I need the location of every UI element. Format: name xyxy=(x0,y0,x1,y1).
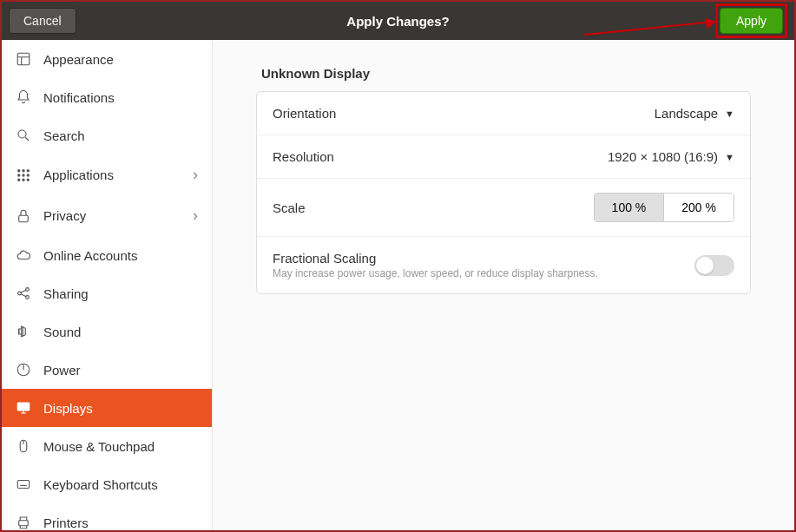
sidebar-item-label: Privacy xyxy=(43,208,86,223)
main-layout: AppearanceNotificationsSearchApplication… xyxy=(2,40,794,530)
svg-rect-18 xyxy=(17,403,30,410)
sidebar-item-label: Keyboard Shortcuts xyxy=(43,477,158,492)
annotation-arrow-icon xyxy=(584,17,723,43)
sidebar-item-label: Mouse & Touchpad xyxy=(43,439,155,454)
sidebar-item-power[interactable]: Power xyxy=(2,351,212,389)
header-title: Apply Changes? xyxy=(2,14,794,29)
sidebar-item-search[interactable]: Search xyxy=(2,116,212,154)
fractional-text: Fractional Scaling May increase power us… xyxy=(273,251,598,279)
sidebar-item-keyboard-shortcuts[interactable]: Keyboard Shortcuts xyxy=(2,465,212,503)
chevron-right-icon: › xyxy=(193,166,198,184)
sidebar-item-sound[interactable]: Sound xyxy=(2,312,212,351)
svg-point-9 xyxy=(27,174,29,175)
sidebar-item-displays[interactable]: Displays xyxy=(2,389,212,427)
scale-200-button[interactable]: 200 % xyxy=(663,194,734,221)
svg-line-0 xyxy=(584,22,714,35)
cloud-icon xyxy=(16,247,31,263)
content-area: Unknown Display Orientation Landscape ▼ … xyxy=(213,40,794,530)
svg-rect-20 xyxy=(17,481,30,489)
grid-icon xyxy=(16,167,31,183)
sidebar-item-label: Power xyxy=(43,363,81,378)
svg-point-4 xyxy=(18,169,20,171)
apply-highlight: Apply xyxy=(715,3,787,38)
sidebar-item-privacy[interactable]: Privacy› xyxy=(2,195,212,236)
sidebar-item-appearance[interactable]: Appearance xyxy=(2,40,212,78)
scale-button-group: 100 % 200 % xyxy=(594,193,734,222)
resolution-label: Resolution xyxy=(273,149,334,164)
sidebar-item-label: Displays xyxy=(43,401,93,416)
fractional-switch[interactable] xyxy=(694,255,734,276)
section-title: Unknown Display xyxy=(256,66,751,81)
display-icon xyxy=(16,400,31,416)
svg-point-7 xyxy=(18,174,20,175)
lock-icon xyxy=(16,208,31,224)
svg-marker-1 xyxy=(706,19,714,28)
sidebar-item-mouse-touchpad[interactable]: Mouse & Touchpad xyxy=(2,427,212,465)
power-icon xyxy=(16,362,31,378)
scale-row: Scale 100 % 200 % xyxy=(257,179,750,237)
svg-point-11 xyxy=(23,179,24,181)
svg-point-14 xyxy=(18,292,22,295)
resolution-row[interactable]: Resolution 1920 × 1080 (16:9) ▼ xyxy=(257,135,750,179)
svg-point-10 xyxy=(18,179,20,181)
svg-rect-13 xyxy=(19,215,29,222)
sidebar-item-online-accounts[interactable]: Online Accounts xyxy=(2,236,212,274)
appearance-icon xyxy=(16,51,31,67)
mouse-icon xyxy=(16,438,31,454)
chevron-down-icon: ▼ xyxy=(725,152,734,162)
sidebar-item-sharing[interactable]: Sharing xyxy=(2,274,212,312)
sidebar-item-label: Printers xyxy=(43,516,89,530)
sidebar-item-printers[interactable]: Printers xyxy=(2,503,212,530)
sidebar-item-label: Notifications xyxy=(43,90,115,105)
sidebar-item-label: Appearance xyxy=(43,52,114,67)
share-icon xyxy=(16,286,31,301)
keyboard-icon xyxy=(16,476,31,492)
settings-list: Orientation Landscape ▼ Resolution 1920 … xyxy=(256,91,751,294)
svg-point-3 xyxy=(18,130,26,138)
chevron-down-icon: ▼ xyxy=(725,108,734,119)
sidebar-item-label: Sharing xyxy=(43,286,89,301)
chevron-right-icon: › xyxy=(193,207,198,225)
svg-point-8 xyxy=(23,174,24,175)
search-icon xyxy=(16,128,31,143)
svg-point-5 xyxy=(23,169,24,171)
sidebar-item-label: Online Accounts xyxy=(43,248,137,263)
fractional-label: Fractional Scaling xyxy=(273,251,598,266)
scale-label: Scale xyxy=(273,200,306,215)
sidebar-item-notifications[interactable]: Notifications xyxy=(2,78,212,116)
orientation-value: Landscape ▼ xyxy=(655,106,734,121)
svg-point-16 xyxy=(26,296,30,299)
svg-point-15 xyxy=(26,288,30,292)
orientation-label: Orientation xyxy=(273,106,336,121)
scale-100-button[interactable]: 100 % xyxy=(595,194,664,221)
cancel-button[interactable]: Cancel xyxy=(9,8,76,34)
svg-point-12 xyxy=(27,179,29,181)
apply-button[interactable]: Apply xyxy=(720,8,783,34)
svg-rect-21 xyxy=(19,521,29,526)
fractional-sublabel: May increase power usage, lower speed, o… xyxy=(273,267,598,279)
svg-point-6 xyxy=(27,169,29,171)
header-bar: Cancel Apply Changes? Apply xyxy=(2,2,794,40)
sidebar-item-applications[interactable]: Applications› xyxy=(2,154,212,195)
sidebar: AppearanceNotificationsSearchApplication… xyxy=(2,40,213,530)
fractional-scaling-row: Fractional Scaling May increase power us… xyxy=(257,237,750,293)
printer-icon xyxy=(16,515,31,530)
sidebar-item-label: Sound xyxy=(43,325,81,339)
sidebar-item-label: Search xyxy=(43,128,85,143)
resolution-value: 1920 × 1080 (16:9) ▼ xyxy=(608,149,734,164)
sidebar-item-label: Applications xyxy=(43,167,114,182)
bell-icon xyxy=(16,89,31,105)
orientation-row[interactable]: Orientation Landscape ▼ xyxy=(257,92,750,135)
sound-icon xyxy=(16,324,31,339)
svg-rect-2 xyxy=(17,53,30,65)
